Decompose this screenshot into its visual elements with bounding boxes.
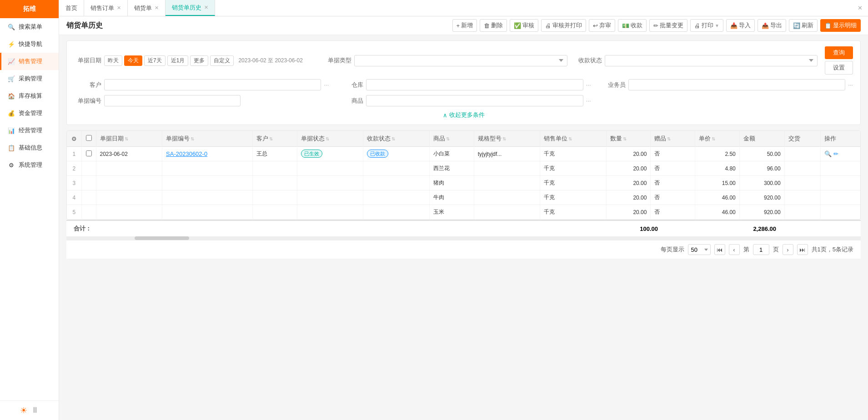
page-input[interactable] [753,244,769,255]
collect-button[interactable]: 💵 收款 [618,19,647,32]
page-size-select[interactable]: 50 20 100 [688,244,711,255]
customer-picker-btn[interactable]: ··· [324,81,329,88]
audit-button[interactable]: ✅ 审核 [510,19,538,32]
date-tag-1month[interactable]: 近1月 [167,55,189,66]
tab-sales-history[interactable]: 销货单历史 ✕ [166,0,215,16]
refresh-button[interactable]: 🔄 刷新 [789,19,818,32]
unit-sort-icon: ⇅ [568,136,572,141]
date-tag-more[interactable]: 更多 [190,55,208,66]
audit-print-button[interactable]: 🖨 审核并打印 [541,19,586,32]
payment-status-select[interactable] [605,55,818,66]
print-button[interactable]: 🖨 打印 ▼ [690,19,723,32]
edit-action-btn[interactable]: ✏ [833,150,838,157]
date-tag-yesterday[interactable]: 昨天 [104,55,122,66]
cell-docno[interactable]: SA-20230602-0 [162,147,253,161]
docno-input[interactable] [104,95,241,106]
cell-docno[interactable] [162,205,253,220]
doc-type-select[interactable] [354,55,567,66]
next-page-btn[interactable]: › [783,244,793,255]
delete-button[interactable]: 🗑 删除 [480,19,507,32]
sidebar-item-inventory[interactable]: 🏠 库存核算 [0,87,59,105]
warehouse-input[interactable] [366,79,583,90]
product-input[interactable] [366,95,583,106]
date-tag-today[interactable]: 今天 [124,55,142,66]
product-picker-btn[interactable]: ··· [586,97,591,104]
cell-transaction [784,205,820,220]
last-page-btn[interactable]: ⏭ [797,244,808,255]
customer-input[interactable] [104,79,321,90]
col-product-header[interactable]: 商品 ⇅ [429,131,474,147]
sidebar-item-quick-nav[interactable]: ⚡ 快捷导航 [0,35,59,53]
col-docno-header[interactable]: 单据编号 ⇅ [162,131,253,147]
cell-date [96,205,162,220]
cell-checkbox[interactable] [81,161,96,176]
sidebar-settings-btn[interactable]: ⏸ [31,405,39,415]
tab-sales-order-close[interactable]: ✕ [117,5,121,11]
import-button[interactable]: 📥 导入 [726,19,755,32]
tab-close-all-btn[interactable]: ✕ [852,5,868,11]
gift-sort-icon: ⇅ [667,136,671,141]
sidebar-collapse-btn[interactable]: ☀ [20,405,27,415]
col-gift-header[interactable]: 赠品 ⇅ [651,131,695,147]
row-checkbox[interactable] [86,150,92,156]
cell-date [96,190,162,205]
col-checkbox-header[interactable] [81,131,96,147]
col-amount-header[interactable]: 金额 [739,131,784,147]
cell-action [820,161,860,176]
cell-action [820,176,860,190]
warehouse-picker-btn[interactable]: ··· [586,81,591,88]
sidebar-item-sales-mgmt[interactable]: 📈 销售管理 [0,53,59,70]
product-label: 商品 [336,97,363,105]
select-all-checkbox[interactable] [86,135,92,141]
cell-checkbox[interactable] [81,205,96,220]
col-customer-header[interactable]: 客户 ⇅ [253,131,297,147]
salesperson-input[interactable] [628,79,845,90]
cell-docno[interactable] [162,176,253,190]
show-detail-button[interactable]: 📋 显示明细 [820,19,861,32]
sidebar-item-system-mgmt[interactable]: ⚙ 系统管理 [0,156,59,174]
sidebar-item-basic-info[interactable]: 📋 基础信息 [0,139,59,156]
col-docstatus-header[interactable]: 单据状态 ⇅ [297,131,363,147]
set-button[interactable]: 设置 [825,61,853,75]
prev-page-btn[interactable]: ‹ [729,244,740,255]
collapse-button[interactable]: ∧ 收起更多条件 [74,111,853,119]
new-button[interactable]: + 新增 [452,19,477,32]
table-scroll-thumb[interactable] [135,236,189,240]
batch-change-button[interactable]: ✏ 批量变更 [649,19,687,32]
col-qty-header[interactable]: 数量 ⇅ [606,131,651,147]
cell-docno[interactable] [162,161,253,176]
export-button[interactable]: 📤 导出 [758,19,786,32]
abandon-button[interactable]: ↩ 弃审 [589,19,615,32]
sidebar-item-purchase-mgmt[interactable]: 🛒 采购管理 [0,70,59,87]
col-setting[interactable]: ⚙ [67,131,81,147]
sidebar-item-operations[interactable]: 📊 经营管理 [0,122,59,139]
first-page-btn[interactable]: ⏮ [714,244,725,255]
cell-checkbox[interactable] [81,147,96,161]
date-tag-7days[interactable]: 近7天 [144,55,166,66]
table-footer: 合计： 100.00 2,286.00 [66,220,861,236]
table-scroll-bar[interactable] [66,236,861,240]
cell-docno[interactable] [162,190,253,205]
col-spec-header[interactable]: 规格型号 ⇅ [474,131,540,147]
col-unit-header[interactable]: 销售单位 ⇅ [540,131,607,147]
date-tag-custom[interactable]: 自定义 [210,55,234,66]
tab-sales-delivery[interactable]: 销货单 ✕ [128,0,166,16]
view-action-btn[interactable]: 🔍 [824,150,832,157]
doc-type-field: 单据类型 [324,55,567,66]
sidebar-item-search-menu[interactable]: 🔍 搜索菜单 [0,18,59,35]
tab-sales-order[interactable]: 销售订单 ✕ [84,0,128,16]
col-transaction-header[interactable]: 交货 [784,131,820,147]
salesperson-picker-btn[interactable]: ··· [848,81,853,88]
cell-checkbox[interactable] [81,190,96,205]
col-date-header[interactable]: 单据日期 ⇅ [96,131,162,147]
cell-checkbox[interactable] [81,176,96,190]
tab-sales-delivery-close[interactable]: ✕ [155,5,159,11]
tab-home[interactable]: 首页 [59,0,84,16]
col-paystatus-header[interactable]: 收款状态 ⇅ [363,131,430,147]
operations-icon: 📊 [8,127,15,134]
query-button[interactable]: 查询 [825,46,853,59]
sidebar-item-finance[interactable]: 💰 资金管理 [0,105,59,122]
tab-sales-history-close[interactable]: ✕ [204,5,208,10]
col-price-header[interactable]: 单价 ⇅ [695,131,740,147]
docno-link[interactable]: SA-20230602-0 [166,150,207,157]
